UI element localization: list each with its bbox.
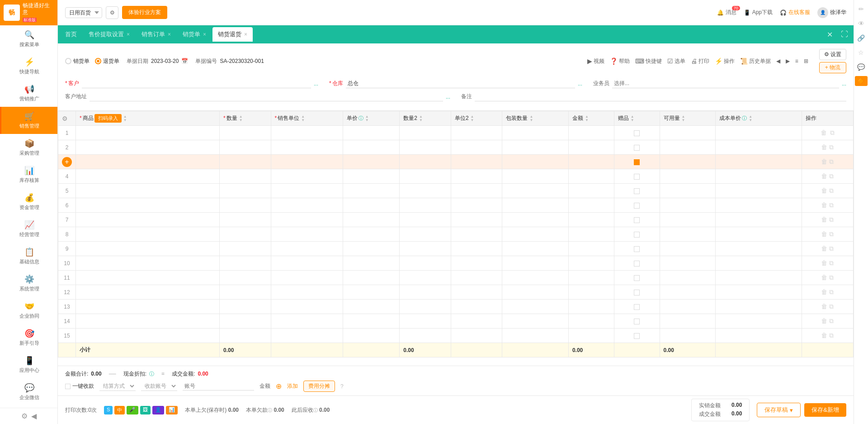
- radio-sale[interactable]: 销货单: [65, 57, 90, 65]
- scan-input-btn[interactable]: 扫码录入: [94, 114, 122, 123]
- sidebar-item-sales[interactable]: 🛒 销售管理: [0, 107, 57, 134]
- equals-btn[interactable]: =: [161, 371, 165, 377]
- copy-icon[interactable]: ⧉: [829, 216, 834, 223]
- customer-input[interactable]: [82, 79, 311, 88]
- right-panel-edit-btn[interactable]: ✏: [856, 4, 867, 14]
- save-new-btn[interactable]: 保存&新增: [804, 403, 846, 417]
- tab-close-all-btn[interactable]: ✕: [823, 30, 836, 39]
- right-panel-preview-btn[interactable]: 👁: [856, 18, 867, 29]
- tab-sales-return[interactable]: 销货退货 ×: [212, 27, 253, 42]
- price-cell[interactable]: [343, 126, 400, 140]
- sidebar-collapse-btn[interactable]: ◀: [31, 412, 37, 420]
- delete-icon[interactable]: 🗑: [821, 259, 827, 267]
- shortcut-btn[interactable]: ⌨ 快捷键: [635, 57, 662, 65]
- fee-add-btn[interactable]: ⊕: [276, 382, 282, 391]
- right-panel-active-indicator[interactable]: 🔶: [855, 76, 868, 86]
- copy-icon[interactable]: ⧉: [829, 201, 834, 209]
- right-panel-chat-btn[interactable]: 💬: [856, 62, 867, 72]
- sidebar-item-marketing[interactable]: 📢 营销推广: [0, 80, 57, 107]
- app-download-btn[interactable]: 📱 App下载: [744, 9, 773, 16]
- form-settings-btn[interactable]: ⚙ 设置: [819, 49, 846, 60]
- video-btn[interactable]: ▶ 视频: [587, 57, 604, 65]
- icon-chart[interactable]: 📊: [166, 406, 178, 414]
- address-select-btn[interactable]: ...: [446, 94, 450, 100]
- copy-icon[interactable]: ⧉: [829, 230, 834, 238]
- sidebar-item-basic[interactable]: 📋 基础信息: [0, 243, 57, 270]
- next-btn[interactable]: ▶: [786, 58, 790, 64]
- copy-icon[interactable]: ⧉: [829, 317, 834, 324]
- fee-help-icon[interactable]: ?: [340, 383, 344, 390]
- salesperson-select-btn[interactable]: ...: [842, 81, 846, 87]
- delete-icon[interactable]: 🗑: [821, 303, 827, 310]
- add-row-btn[interactable]: +: [62, 157, 72, 167]
- user-menu-btn[interactable]: 👤 徐泽华: [817, 7, 846, 18]
- delete-icon[interactable]: 🗑: [821, 245, 827, 252]
- customer-select-btn[interactable]: ...: [314, 81, 318, 87]
- unit2-cell[interactable]: [451, 126, 502, 140]
- icon-zh[interactable]: 中: [114, 406, 125, 414]
- tab-close-sales-order[interactable]: ×: [168, 31, 171, 38]
- cost-cell[interactable]: [716, 126, 802, 140]
- warehouse-input[interactable]: [346, 79, 575, 88]
- operation-btn[interactable]: ⚡ 操作: [715, 57, 735, 65]
- sidebar-item-newguide[interactable]: 🎯 新手引导: [0, 324, 57, 351]
- delete-icon[interactable]: 🗑: [821, 129, 827, 136]
- table-settings-icon[interactable]: ⚙: [62, 115, 68, 122]
- qty-cell[interactable]: [220, 126, 271, 140]
- delete-icon[interactable]: 🗑: [821, 230, 827, 238]
- warehouse-select-btn[interactable]: ...: [578, 81, 582, 87]
- amount-cell[interactable]: [568, 126, 614, 140]
- account-select[interactable]: 收款账号: [141, 381, 177, 391]
- delete-icon[interactable]: 🗑: [821, 274, 827, 281]
- sidebar-item-enterprise[interactable]: 🤝 企业协同: [0, 297, 57, 324]
- grid-view-btn[interactable]: ⊞: [804, 58, 808, 64]
- sidebar-settings-btn[interactable]: ⚙: [21, 412, 28, 420]
- address-input[interactable]: [90, 92, 443, 101]
- tab-sales-delivery[interactable]: 销货单 ×: [177, 27, 212, 42]
- cash-discount-info-icon[interactable]: ⓘ: [149, 371, 154, 377]
- right-panel-link-btn[interactable]: 🔗: [856, 33, 867, 43]
- add-fee-row-label[interactable]: 添加: [287, 382, 298, 390]
- tab-close-price-setting[interactable]: ×: [127, 31, 130, 38]
- delete-icon[interactable]: 🗑: [821, 143, 827, 151]
- remark-input[interactable]: [475, 92, 846, 101]
- online-service-btn[interactable]: 🎧 在线客服: [780, 9, 810, 16]
- sidebar-item-inventory[interactable]: 📊 库存核算: [0, 161, 57, 188]
- industry-select[interactable]: 日用百货: [65, 7, 102, 18]
- right-panel-star-btn[interactable]: ☆: [856, 47, 867, 58]
- radio-return[interactable]: 退货单: [95, 57, 119, 65]
- copy-icon[interactable]: ⧉: [829, 143, 834, 151]
- tab-close-sales-return[interactable]: ×: [244, 31, 247, 38]
- delete-icon[interactable]: 🗑: [821, 317, 827, 324]
- icon-mic[interactable]: 🎤: [127, 406, 138, 414]
- icon-person[interactable]: 👤: [152, 406, 164, 414]
- help-btn[interactable]: ❓ 帮助: [610, 57, 630, 65]
- pkgqty-cell[interactable]: [502, 126, 569, 140]
- unit-price-info-icon[interactable]: ⓘ: [359, 115, 363, 122]
- select-btn[interactable]: ☑ 选单: [667, 57, 685, 65]
- product-cell[interactable]: [76, 126, 220, 140]
- sidebar-item-finance[interactable]: 💰 资金管理: [0, 188, 57, 215]
- delete-icon[interactable]: 🗑: [821, 172, 827, 180]
- sidebar-item-purchase[interactable]: 📦 采购管理: [0, 134, 57, 161]
- product-input-active[interactable]: [80, 159, 216, 165]
- copy-icon[interactable]: ⧉: [829, 158, 834, 165]
- sidebar-item-business[interactable]: 📈 经营管理: [0, 215, 57, 243]
- sidebar-item-wechat[interactable]: 💬 企业微信: [0, 378, 57, 405]
- account-no-input[interactable]: [183, 382, 254, 391]
- tab-close-sales-delivery[interactable]: ×: [203, 31, 206, 38]
- history-btn[interactable]: 📜 历史单据: [740, 57, 771, 65]
- settlement-method-select[interactable]: 结算方式: [99, 381, 136, 391]
- tab-sales-order[interactable]: 销售订单 ×: [136, 27, 176, 42]
- one-click-pay-checkbox[interactable]: [65, 384, 71, 389]
- sidebar-item-search[interactable]: 🔍 搜索菜单: [0, 25, 57, 52]
- delete-icon[interactable]: 🗑: [821, 187, 827, 194]
- copy-icon[interactable]: ⧉: [829, 245, 834, 252]
- copy-icon[interactable]: ⧉: [829, 332, 834, 339]
- tab-expand-btn[interactable]: ⛶: [837, 30, 852, 38]
- available-cell[interactable]: [660, 126, 716, 140]
- copy-icon[interactable]: ⧉: [829, 172, 834, 180]
- copy-icon[interactable]: ⧉: [830, 129, 835, 136]
- message-btn[interactable]: 🔔 消息 70: [717, 9, 736, 16]
- print-btn[interactable]: 🖨 打印: [691, 57, 709, 65]
